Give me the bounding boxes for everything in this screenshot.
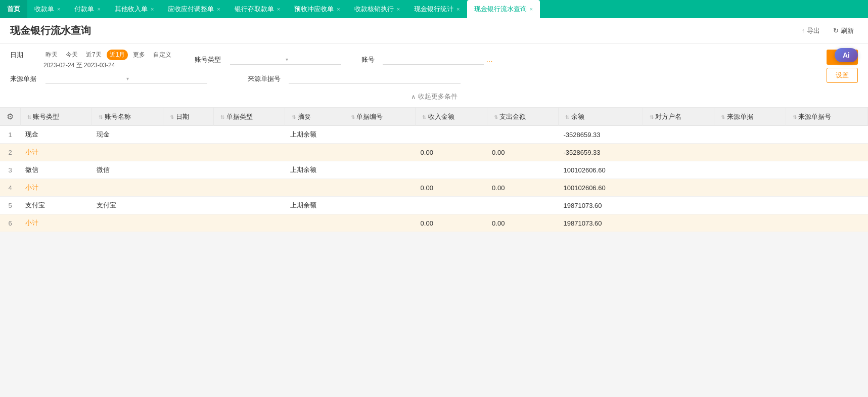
col-date[interactable]: ⇅ 日期 [163, 108, 213, 126]
account-no-label: 账号 [361, 55, 375, 64]
nav-adjustment[interactable]: 应收应付调整单 × [161, 0, 227, 18]
top-nav: 首页 收款单 × 付款单 × 其他收入单 × 应收应付调整单 × 银行存取款单 … [0, 0, 868, 18]
close-icon[interactable]: × [97, 6, 100, 12]
chevron-down-icon: ▾ [126, 76, 204, 81]
header-actions: ↑ 导出 ↻ 刷新 [798, 24, 858, 37]
sort-icon: ⇅ [494, 114, 498, 120]
refresh-button[interactable]: ↻ 刷新 [829, 24, 858, 37]
sort-icon: ⇅ [793, 114, 797, 120]
col-expense[interactable]: ⇅ 支出金额 [487, 108, 558, 126]
row-index: 3 [0, 161, 20, 179]
close-icon[interactable]: × [397, 6, 400, 12]
sort-icon: ⇅ [292, 114, 296, 120]
row-index: 5 [0, 197, 20, 214]
col-source-doc[interactable]: ⇅ 来源单据 [714, 108, 786, 126]
table-row[interactable]: 3微信微信上期余额100102606.60 [0, 161, 868, 179]
table-row[interactable]: 1现金现金上期余额-3528659.33 [0, 126, 868, 144]
date-yesterday[interactable]: 昨天 [42, 50, 61, 60]
col-summary[interactable]: ⇅ 摘要 [285, 108, 344, 126]
source-doc-no-input[interactable] [289, 74, 461, 84]
account-no-input[interactable] [383, 55, 484, 65]
ai-button[interactable]: Ai [835, 48, 858, 62]
filter-row-2: 来源单据 ▾ 来源单据号 [10, 74, 816, 84]
account-type-select[interactable]: ▾ [230, 55, 341, 65]
nav-collection[interactable]: 收款核销执行 × [347, 0, 407, 18]
sort-icon: ⇅ [27, 114, 31, 120]
date-shortcuts: 昨天 今天 近7天 近1月 更多 自定义 [42, 50, 174, 60]
nav-bank-flow[interactable]: 现金银行流水查询 × [467, 0, 540, 18]
date-7days[interactable]: 近7天 [83, 50, 105, 60]
row-index: 2 [0, 144, 20, 161]
close-icon[interactable]: × [151, 6, 154, 12]
nav-bank-deposit[interactable]: 银行存取款单 × [227, 0, 287, 18]
export-icon: ↑ [802, 27, 805, 34]
source-doc-no-label: 来源单据号 [248, 74, 281, 83]
row-index: 4 [0, 179, 20, 197]
date-range-display: 2023-02-24 至 2023-03-24 [43, 62, 115, 69]
sort-icon: ⇅ [721, 114, 725, 120]
col-account-name[interactable]: ⇅ 账号名称 [92, 108, 163, 126]
col-account-type[interactable]: ⇅ 账号类型 [20, 108, 92, 126]
date-more[interactable]: 更多 [130, 50, 148, 60]
export-button[interactable]: ↑ 导出 [798, 24, 825, 37]
close-icon[interactable]: × [57, 6, 60, 12]
data-table: ⚙ ⇅ 账号类型 ⇅ 账号名称 ⇅ 日期 ⇅ 单据类型 [0, 108, 868, 232]
col-doc-type[interactable]: ⇅ 单据类型 [213, 108, 285, 126]
date-custom[interactable]: 自定义 [150, 50, 174, 60]
source-doc-label: 来源单据 [10, 74, 36, 83]
sort-icon: ⇅ [565, 114, 569, 120]
table-body: 1现金现金上期余额-3528659.332小计0.000.00-3528659.… [0, 126, 868, 232]
setting-button[interactable]: 设置 [827, 68, 858, 83]
refresh-icon: ↻ [833, 27, 839, 34]
close-icon[interactable]: × [337, 6, 340, 12]
source-doc-select[interactable]: ▾ [45, 74, 207, 84]
table-row[interactable]: 4小计0.000.00100102606.60 [0, 179, 868, 197]
row-index: 1 [0, 126, 20, 144]
col-counterpart[interactable]: ⇅ 对方户名 [643, 108, 714, 126]
account-type-label: 账号类型 [195, 55, 221, 64]
sort-icon: ⇅ [422, 114, 426, 120]
nav-other-income[interactable]: 其他收入单 × [108, 0, 161, 18]
table-header-row: ⚙ ⇅ 账号类型 ⇅ 账号名称 ⇅ 日期 ⇅ 单据类型 [0, 108, 868, 126]
collapse-bar[interactable]: ∧ 收起更多条件 [10, 90, 858, 103]
sort-icon: ⇅ [99, 114, 103, 120]
date-1month[interactable]: 近1月 [107, 50, 128, 60]
nav-receipt[interactable]: 收款单 × [27, 0, 67, 18]
col-balance[interactable]: ⇅ 余额 [559, 108, 643, 126]
close-icon[interactable]: × [217, 6, 220, 12]
close-icon[interactable]: × [277, 6, 280, 12]
settings-column[interactable]: ⚙ [0, 108, 20, 126]
filter-row-1: 日期 昨天 今天 近7天 近1月 更多 自定义 2023-02-24 至 202… [10, 50, 816, 70]
col-source-doc-no[interactable]: ⇅ 来源单据号 [786, 108, 868, 126]
sort-icon: ⇅ [170, 114, 174, 120]
chevron-down-icon: ▾ [286, 57, 338, 62]
page-header: 现金银行流水查询 ↑ 导出 ↻ 刷新 [0, 18, 868, 43]
sort-icon: ⇅ [650, 114, 654, 120]
row-index: 6 [0, 214, 20, 232]
close-icon[interactable]: × [456, 6, 460, 12]
nav-home[interactable]: 首页 [0, 0, 27, 18]
sort-icon: ⇅ [220, 114, 224, 120]
date-today[interactable]: 今天 [63, 50, 81, 60]
chevron-up-icon: ∧ [411, 93, 416, 101]
sort-icon: ⇅ [351, 114, 355, 120]
dots-button[interactable]: ... [486, 55, 492, 64]
table-row[interactable]: 6小计0.000.0019871073.60 [0, 214, 868, 232]
table-row[interactable]: 2小计0.000.00-3528659.33 [0, 144, 868, 161]
nav-payment[interactable]: 付款单 × [67, 0, 107, 18]
nav-bank-stats[interactable]: 现金银行统计 × [407, 0, 467, 18]
nav-prepay[interactable]: 预收冲应收单 × [287, 0, 347, 18]
page-title: 现金银行流水查询 [10, 24, 91, 37]
close-icon[interactable]: × [530, 6, 533, 12]
date-filter-label: 日期 [10, 51, 40, 60]
filter-area: 日期 昨天 今天 近7天 近1月 更多 自定义 2023-02-24 至 202… [0, 43, 868, 108]
col-income[interactable]: ⇅ 收入金额 [416, 108, 487, 126]
col-doc-no[interactable]: ⇅ 单据编号 [344, 108, 415, 126]
table-container: ⚙ ⇅ 账号类型 ⇅ 账号名称 ⇅ 日期 ⇅ 单据类型 [0, 108, 868, 232]
settings-icon[interactable]: ⚙ [7, 112, 14, 121]
table-row[interactable]: 5支付宝支付宝上期余额19871073.60 [0, 197, 868, 214]
